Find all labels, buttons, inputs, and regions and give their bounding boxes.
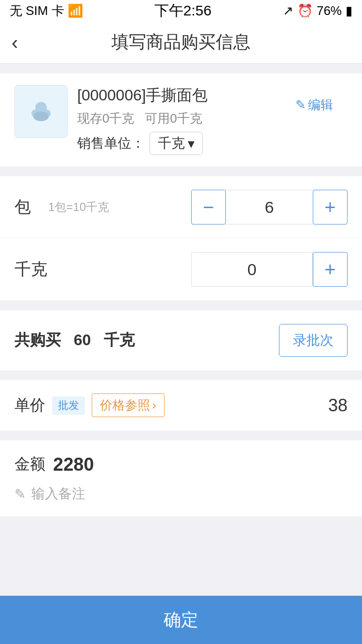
- price-ref-button[interactable]: 价格参照 ›: [92, 393, 165, 417]
- price-value: 38: [328, 395, 348, 416]
- remark-icon: ✎: [14, 486, 26, 502]
- quantity-bao-input[interactable]: [226, 190, 313, 224]
- decrease-bao-button[interactable]: −: [191, 190, 226, 224]
- product-image: [14, 85, 68, 138]
- product-thumbnail-icon: [27, 97, 56, 126]
- unit-bao-hint: 1包=10千克: [48, 199, 191, 215]
- quantity-row-kg: 千克 +: [0, 238, 362, 301]
- status-carrier: 无 SIM 卡 📶: [10, 2, 83, 19]
- page-title: 填写商品购买信息: [111, 30, 251, 54]
- product-card: [0000006]手撕面包 现存0千克 可用0千克 销售单位： 千克 ▾ ✎ 编…: [0, 73, 362, 167]
- stock-current: 现存0千克: [77, 111, 134, 126]
- stock-available: 可用0千克: [145, 111, 202, 126]
- unit-kg-label: 千克: [14, 258, 47, 280]
- back-button[interactable]: ‹: [12, 33, 18, 52]
- increase-bao-button[interactable]: +: [313, 190, 348, 224]
- quantity-control-kg: +: [191, 252, 348, 287]
- alarm-icon: ⏰: [297, 3, 313, 18]
- battery-icon: ▮: [346, 3, 352, 18]
- remark-placeholder: 输入备注: [31, 485, 85, 503]
- amount-row: 金额 2280: [14, 454, 348, 475]
- record-batch-button[interactable]: 录批次: [279, 324, 348, 357]
- quantity-section: 包 1包=10千克 − + 千克 +: [0, 176, 362, 301]
- quantity-row-bao: 包 1包=10千克 − +: [0, 176, 362, 238]
- total-text: 共购买 60 千克: [14, 330, 135, 351]
- edit-label: 编辑: [308, 97, 333, 113]
- price-label: 单价: [14, 395, 45, 416]
- status-bar: 无 SIM 卡 📶 下午2:56 ↗ ⏰ 76% ▮: [0, 0, 362, 21]
- unit-bao-label: 包: [14, 196, 43, 218]
- quantity-control-bao: − +: [191, 190, 348, 224]
- nav-bar: ‹ 填写商品购买信息: [0, 21, 362, 64]
- status-time: 下午2:56: [154, 1, 211, 21]
- edit-button[interactable]: ✎ 编辑: [295, 97, 333, 113]
- price-section: 单价 批发 价格参照 › 38: [0, 380, 362, 431]
- amount-value: 2280: [53, 454, 94, 475]
- status-right: ↗ ⏰ 76% ▮: [283, 3, 352, 18]
- total-amount: 60: [74, 331, 91, 349]
- total-unit: 千克: [104, 331, 135, 349]
- price-row: 单价 批发 价格参照 › 38: [14, 393, 348, 417]
- quantity-kg-input[interactable]: [191, 252, 313, 287]
- location-icon: ↗: [283, 3, 293, 18]
- product-unit-row: 销售单位： 千克 ▾: [77, 132, 348, 155]
- unit-value: 千克: [158, 134, 185, 153]
- battery-level: 76%: [317, 3, 342, 18]
- remark-row[interactable]: ✎ 输入备注: [14, 485, 348, 503]
- confirm-label: 确定: [164, 608, 198, 632]
- product-info: [0000006]手撕面包 现存0千克 可用0千克 销售单位： 千克 ▾ ✎ 编…: [77, 85, 348, 155]
- increase-kg-button[interactable]: +: [313, 252, 348, 287]
- batch-tag: 批发: [52, 396, 85, 415]
- price-ref-label: 价格参照: [100, 397, 150, 414]
- price-ref-arrow-icon: ›: [152, 398, 156, 413]
- edit-icon: ✎: [295, 98, 306, 112]
- unit-dropdown-icon: ▾: [188, 136, 195, 152]
- amount-section: 金额 2280 ✎ 输入备注: [0, 440, 362, 517]
- page-spacer: [0, 517, 362, 596]
- unit-select[interactable]: 千克 ▾: [150, 132, 203, 155]
- unit-label: 销售单位：: [77, 134, 145, 153]
- total-prefix: 共购买: [14, 331, 61, 349]
- amount-label: 金额: [14, 454, 45, 475]
- confirm-button[interactable]: 确定: [0, 596, 362, 644]
- svg-point-3: [33, 112, 49, 121]
- total-row: 共购买 60 千克 录批次: [0, 310, 362, 370]
- price-left: 单价 批发 价格参照 ›: [14, 393, 165, 417]
